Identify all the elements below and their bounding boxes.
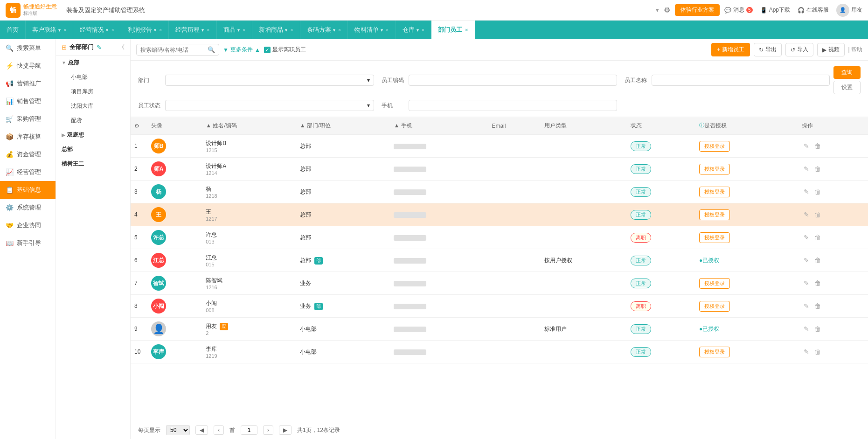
delete-button-8[interactable]: 🗑 xyxy=(812,324,823,334)
dept-item-xiaodibu[interactable]: 小电部 xyxy=(62,70,130,84)
dept-group-zongbu2[interactable]: 总部 xyxy=(56,142,130,157)
edit-button-7[interactable]: ✎ xyxy=(802,301,811,311)
nav-tab-首页[interactable]: 首页 xyxy=(0,21,26,39)
sidebar-item-企业协同[interactable]: 🤝企业协同 xyxy=(0,216,56,234)
online-service-button[interactable]: 🎧 在线客服 xyxy=(798,6,829,14)
phone-filter-input[interactable] xyxy=(409,100,618,111)
nav-tab-客户联络[interactable]: 客户联络▾× xyxy=(26,21,73,39)
page-number-input[interactable] xyxy=(241,425,257,435)
edit-button-4[interactable]: ✎ xyxy=(802,233,811,242)
sidebar-item-经营管理[interactable]: 📈经营管理 xyxy=(0,163,56,181)
delete-button-7[interactable]: 🗑 xyxy=(812,301,823,311)
sidebar-icon: 📊 xyxy=(6,98,13,105)
first-page-button[interactable]: ◀ xyxy=(195,425,208,435)
edit-button-0[interactable]: ✎ xyxy=(802,141,811,151)
sidebar-item-新手引导[interactable]: 📖新手引导 xyxy=(0,234,56,252)
auth-button-0[interactable]: 授权登录 xyxy=(699,141,730,152)
col-name[interactable]: ▲ 姓名/编码 xyxy=(202,117,296,135)
delete-button-0[interactable]: 🗑 xyxy=(812,141,823,151)
nav-tab-物料清单[interactable]: 物料清单▾× xyxy=(348,21,396,39)
nav-tab-部门员工[interactable]: 部门员工× xyxy=(431,21,475,39)
edit-button-9[interactable]: ✎ xyxy=(802,347,811,356)
app-download-button[interactable]: 📱 App下载 xyxy=(760,6,790,14)
emp-status-select[interactable]: ▾ xyxy=(165,100,374,111)
delete-button-1[interactable]: 🗑 xyxy=(812,164,823,174)
sidebar-item-营销推广[interactable]: 📢营销推广 xyxy=(0,75,56,92)
delete-button-2[interactable]: 🗑 xyxy=(812,187,823,196)
row-auth: 授权登录 xyxy=(695,158,789,181)
auth-button-2[interactable]: 授权登录 xyxy=(699,187,730,197)
col-settings[interactable]: ⚙ xyxy=(131,117,147,135)
dept-item-peihuo[interactable]: 配货 xyxy=(62,113,130,128)
export-button[interactable]: ↻ 导出 xyxy=(754,43,782,56)
delete-button-3[interactable]: 🗑 xyxy=(812,210,823,219)
auth-button-9[interactable]: 授权登录 xyxy=(699,347,730,357)
nav-tab-经营情况[interactable]: 经营情况▾× xyxy=(73,21,121,39)
more-filter-button[interactable]: ▼ 更多条件 ▲ xyxy=(223,46,260,54)
dept-item-xiangmukufang[interactable]: 项目库房 xyxy=(62,84,130,99)
sidebar-item-搜索菜单[interactable]: 🔍搜索菜单 xyxy=(0,39,56,57)
sidebar-item-资金管理[interactable]: 💰资金管理 xyxy=(0,146,56,163)
last-page-button[interactable]: ▶ xyxy=(279,425,292,435)
row-phone xyxy=(390,181,488,203)
nav-tab-利润报告[interactable]: 利润报告▾× xyxy=(121,21,169,39)
show-resigned-toggle[interactable]: ✓ 显示离职员工 xyxy=(264,46,306,54)
auth-button-4[interactable]: 授权登录 xyxy=(699,232,730,243)
delete-button-4[interactable]: 🗑 xyxy=(812,233,823,242)
edit-button-6[interactable]: ✎ xyxy=(802,279,811,288)
page-size-select[interactable]: 50 100 xyxy=(166,425,190,435)
auth-button-6[interactable]: 授权登录 xyxy=(699,278,730,289)
dept-group-zongbu[interactable]: ▼ 总部 xyxy=(56,56,130,70)
sidebar-item-采购管理[interactable]: 🛒采购管理 xyxy=(0,110,56,128)
row-phone xyxy=(390,272,488,295)
sidebar-item-销售管理[interactable]: 📊销售管理 xyxy=(0,92,56,110)
reset-button[interactable]: 设置 xyxy=(833,81,861,94)
edit-button-5[interactable]: ✎ xyxy=(802,256,811,265)
auth-button-7[interactable]: 授权登录 xyxy=(699,301,730,312)
user-menu[interactable]: 👤 用友 xyxy=(836,4,862,17)
row-dept: 业务 xyxy=(296,272,390,295)
dept-item-shenyangdaku[interactable]: 沈阳大库 xyxy=(62,99,130,113)
dept-group-shuangtingxiang[interactable]: ▶ 双庭想 xyxy=(56,128,130,142)
dept-edit-icon[interactable]: ✎ xyxy=(97,44,102,51)
row-avatar: 江总 xyxy=(147,249,202,272)
delete-button-5[interactable]: 🗑 xyxy=(812,256,823,265)
sidebar-item-基础信息[interactable]: 📋基础信息 xyxy=(0,181,56,199)
emp-code-input[interactable] xyxy=(409,75,618,86)
search-input[interactable] xyxy=(140,47,206,53)
col-phone[interactable]: ▲ 手机 xyxy=(390,117,488,135)
search-box[interactable]: 🔍 xyxy=(136,44,219,56)
import-button[interactable]: ↺ 导入 xyxy=(785,43,813,56)
emp-name-input[interactable] xyxy=(652,75,830,86)
dept-filter-select[interactable]: ▾ xyxy=(165,75,374,86)
trial-button[interactable]: 体验行业方案 xyxy=(675,4,720,16)
auth-button-1[interactable]: 授权登录 xyxy=(699,164,730,174)
sidebar-item-系统管理[interactable]: ⚙️系统管理 xyxy=(0,199,56,216)
video-button[interactable]: ▶ 视频 xyxy=(817,43,845,56)
dept-collapse-icon[interactable]: 《 xyxy=(119,43,125,51)
nav-tab-仓库[interactable]: 仓库▾× xyxy=(396,21,431,39)
edit-button-3[interactable]: ✎ xyxy=(802,210,811,219)
settings-icon[interactable]: ⚙ xyxy=(664,6,670,14)
query-button[interactable]: 查询 xyxy=(833,66,861,79)
delete-button-9[interactable]: 🗑 xyxy=(812,347,823,356)
add-employee-button[interactable]: + 新增员工 xyxy=(711,43,750,56)
edit-button-8[interactable]: ✎ xyxy=(802,324,811,334)
more-options[interactable]: | 帮助 xyxy=(848,46,862,54)
next-page-button[interactable]: › xyxy=(263,425,273,435)
prev-page-button[interactable]: ‹ xyxy=(214,425,224,435)
nav-tab-新增商品[interactable]: 新增商品▾× xyxy=(252,21,300,39)
edit-button-1[interactable]: ✎ xyxy=(802,164,811,174)
col-dept[interactable]: ▲ 部门/职位 xyxy=(296,117,390,135)
delete-button-6[interactable]: 🗑 xyxy=(812,279,823,288)
nav-tab-条码方案[interactable]: 条码方案▾× xyxy=(300,21,348,39)
dept-group-zhishuwanger[interactable]: 植树王二 xyxy=(56,157,130,171)
message-button[interactable]: 💬 消息 5 xyxy=(724,6,753,14)
sidebar-item-快捷导航[interactable]: ⚡快捷导航 xyxy=(0,57,56,75)
edit-button-2[interactable]: ✎ xyxy=(802,187,811,196)
sidebar-item-库存核算[interactable]: 📦库存核算 xyxy=(0,128,56,146)
dropdown-arrow-icon[interactable]: ▾ xyxy=(656,7,659,14)
auth-button-3[interactable]: 授权登录 xyxy=(699,209,730,220)
nav-tab-商品[interactable]: 商品▾× xyxy=(217,21,252,39)
nav-tab-经营历程[interactable]: 经营历程▾× xyxy=(169,21,216,39)
